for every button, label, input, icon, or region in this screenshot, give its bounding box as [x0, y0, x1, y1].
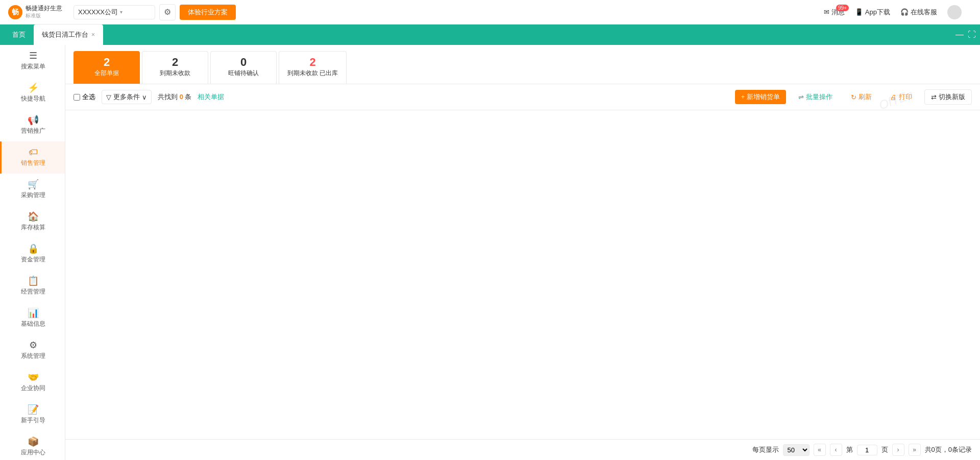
- refresh-button[interactable]: ↻ 刷新: [845, 90, 878, 104]
- toolbar: 全选 ▽ 更多条件 ∨ 共找到 0 条 相关单据 + 新增销货单 ⇌ 批: [65, 84, 980, 110]
- sidebar-item-inventory[interactable]: 🏠 库存核算: [0, 206, 65, 238]
- refresh-label: 刷新: [859, 92, 872, 102]
- found-unit: 条: [185, 93, 191, 101]
- last-page-button[interactable]: »: [909, 444, 921, 456]
- print-button[interactable]: 🖨 打印: [884, 90, 918, 104]
- app-download-icon: 📱: [855, 8, 863, 16]
- stats-tabs: 2 全部单据 2 到期未收款 0 旺铺待确认 2 到期未收款 已出库: [65, 45, 980, 84]
- stats-count-overdue: 2: [151, 56, 200, 69]
- purchase-icon: 🛒: [28, 180, 39, 189]
- app-center-icon: 📦: [28, 437, 39, 446]
- stats-count-overdue-shipped: 2: [287, 56, 338, 69]
- stats-tab-all[interactable]: 2 全部单据: [74, 51, 140, 84]
- avatar[interactable]: [947, 5, 962, 19]
- related-link[interactable]: 相关单据: [198, 92, 224, 102]
- sidebar-label-quick-nav: 快捷导航: [21, 94, 45, 103]
- per-page-select[interactable]: 50 100 200: [783, 444, 810, 456]
- top-header: 畅 畅捷通好生意 标准版 XXXXXX公司 ▾ ⚙ 体验行业方案 ✉ 消息 99…: [0, 0, 980, 25]
- sidebar-item-search-menu[interactable]: ☰ 搜索菜单: [0, 45, 65, 77]
- sidebar-label-marketing: 营销推广: [21, 127, 45, 135]
- online-service-button[interactable]: 🎧 在线客服: [900, 8, 937, 17]
- next-page-button[interactable]: ›: [892, 444, 904, 456]
- stats-count-all: 2: [82, 56, 131, 69]
- sidebar-item-purchase[interactable]: 🛒 采购管理: [0, 174, 65, 206]
- marketing-icon: 📢: [28, 115, 39, 125]
- filter-button[interactable]: ▽ 更多条件 ∨: [102, 90, 152, 104]
- sidebar-label-search-menu: 搜索菜单: [21, 62, 45, 71]
- sidebar-item-enterprise[interactable]: 🤝 企业协同: [0, 367, 65, 399]
- filter-chevron-icon: ∨: [142, 93, 147, 101]
- settings-button[interactable]: ⚙: [159, 4, 176, 20]
- stats-label-overdue-shipped: 到期未收款 已出库: [287, 69, 338, 77]
- table-area: [65, 110, 980, 439]
- stats-tab-overdue-shipped[interactable]: 2 到期未收款 已出库: [279, 51, 347, 84]
- sidebar-item-quick-nav[interactable]: ⚡ 快捷导航: [0, 77, 65, 109]
- stats-label-all: 全部单据: [94, 69, 119, 77]
- tab-minimize-icon[interactable]: —: [955, 30, 964, 39]
- sidebar-label-system: 系统管理: [21, 352, 45, 360]
- tab-home[interactable]: 首页: [4, 25, 34, 45]
- guide-icon: 📝: [28, 405, 39, 414]
- batch-label: 批量操作: [806, 92, 832, 102]
- message-icon: ✉: [824, 8, 829, 16]
- app-download-button[interactable]: 📱 App下载: [855, 8, 890, 17]
- refresh-icon: ↻: [851, 93, 856, 101]
- finance-icon: 🔒: [28, 244, 39, 253]
- tab-bar-actions: — ⛶: [955, 30, 976, 39]
- new-order-button[interactable]: + 新增销货单: [735, 90, 786, 104]
- header-left: 畅 畅捷通好生意 标准版 XXXXXX公司 ▾ ⚙ 体验行业方案: [8, 4, 236, 20]
- sidebar-item-marketing[interactable]: 📢 营销推广: [0, 109, 65, 141]
- stats-tab-overdue[interactable]: 2 到期未收款: [142, 51, 208, 84]
- switch-version-button[interactable]: ⇄ 切换新版: [924, 89, 972, 105]
- found-prefix: 共找到: [158, 93, 178, 101]
- gear-icon: ⚙: [164, 7, 171, 17]
- sales-icon: 🏷: [29, 148, 38, 157]
- sidebar-label-finance: 资金管理: [21, 255, 45, 264]
- stats-label-overdue: 到期未收款: [160, 69, 190, 77]
- batch-icon: ⇌: [798, 93, 804, 101]
- online-service-label: 在线客服: [911, 8, 937, 17]
- content-area: 2 全部单据 2 到期未收款 0 旺铺待确认 2 到期未收款 已出库 全选: [65, 45, 980, 460]
- message-button[interactable]: ✉ 消息 99+: [824, 8, 845, 17]
- company-selector[interactable]: XXXXXX公司 ▾: [74, 5, 155, 19]
- stats-tab-pending[interactable]: 0 旺铺待确认: [210, 51, 277, 84]
- per-page-label: 每页显示: [752, 445, 779, 454]
- sidebar-item-system[interactable]: ⚙ 系统管理: [0, 334, 65, 367]
- sidebar-label-enterprise: 企业协同: [21, 384, 45, 393]
- page-number-input[interactable]: 1: [857, 445, 877, 455]
- sidebar-label-operation: 经营管理: [21, 287, 45, 296]
- sidebar-label-inventory: 库存核算: [21, 223, 45, 232]
- toolbar-right: + 新增销货单 ⇌ 批量操作 ↻ 刷新 🖨 打印 ⇄ 切换新版: [735, 89, 972, 105]
- tab-work[interactable]: 钱货日清工作台 ×: [34, 25, 103, 45]
- select-all-checkbox[interactable]: 全选: [74, 92, 95, 102]
- toolbar-left: 全选 ▽ 更多条件 ∨ 共找到 0 条 相关单据: [74, 90, 224, 104]
- trial-button[interactable]: 体验行业方案: [180, 5, 236, 20]
- sidebar-label-basic-info: 基础信息: [21, 320, 45, 328]
- prev-page-button[interactable]: ‹: [830, 444, 842, 456]
- found-count: 0: [180, 93, 183, 101]
- filter-icon: ▽: [106, 93, 111, 101]
- basic-info-icon: 📊: [28, 308, 39, 318]
- sidebar-item-sales[interactable]: 🏷 销售管理: [0, 141, 65, 174]
- tab-close-icon[interactable]: ×: [91, 31, 95, 38]
- sidebar-item-guide[interactable]: 📝 新手引导: [0, 399, 65, 431]
- tab-maximize-icon[interactable]: ⛶: [968, 30, 976, 39]
- stats-count-pending: 0: [219, 56, 268, 69]
- first-page-button[interactable]: «: [814, 444, 826, 456]
- logo-area: 畅 畅捷通好生意 标准版: [8, 5, 69, 20]
- message-badge: 99+: [836, 5, 849, 11]
- sidebar-item-operation[interactable]: 📋 经营管理: [0, 270, 65, 302]
- company-chevron-icon: ▾: [120, 9, 122, 15]
- sidebar-item-finance[interactable]: 🔒 资金管理: [0, 238, 65, 270]
- tab-bar: 首页 钱货日清工作台 × — ⛶: [0, 25, 980, 45]
- switch-icon: ⇄: [931, 93, 937, 101]
- batch-button[interactable]: ⇌ 批量操作: [792, 90, 839, 104]
- logo-text-area: 畅捷通好生意 标准版: [26, 5, 62, 20]
- header-right: ✉ 消息 99+ 📱 App下载 🎧 在线客服: [824, 5, 972, 19]
- page-label: 第: [846, 445, 853, 454]
- sidebar-item-basic-info[interactable]: 📊 基础信息: [0, 302, 65, 334]
- select-all-input[interactable]: [74, 94, 80, 101]
- system-icon: ⚙: [29, 341, 37, 350]
- search-menu-icon: ☰: [29, 51, 37, 60]
- sidebar-item-app-center[interactable]: 📦 应用中心: [0, 431, 65, 460]
